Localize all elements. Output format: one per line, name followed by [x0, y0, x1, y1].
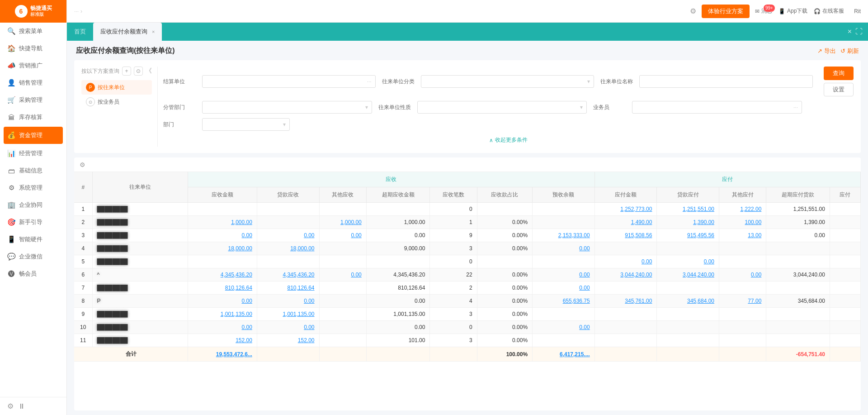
table-cell[interactable]: 1,222.00	[719, 203, 766, 216]
query-button[interactable]: 查询	[824, 67, 854, 80]
table-cell[interactable]: 2,153,333.00	[533, 229, 595, 242]
table-cell[interactable]: 345,684.00	[657, 295, 719, 308]
table-cell[interactable]: 0.00	[188, 229, 257, 242]
filter-add-icon[interactable]: +	[122, 67, 131, 76]
sidebar-item-marketing[interactable]: 📣 营销推广	[0, 57, 66, 74]
tab-home[interactable]: 首页	[67, 23, 93, 41]
table-cell[interactable]: 0.00	[257, 229, 319, 242]
dept-select[interactable]: ▾	[202, 118, 290, 131]
table-cell[interactable]: 1,252,773.00	[594, 203, 657, 216]
breadcrumb-text: ···	[74, 8, 79, 14]
collapse-icon[interactable]: ⏸	[18, 402, 25, 410]
settlement-unit-input[interactable]: ···	[202, 75, 376, 88]
tab-ar-query[interactable]: 应收应付余额查询 ×	[93, 23, 162, 41]
refresh-button[interactable]: ↺ 刷新	[840, 47, 859, 55]
table-cell	[766, 321, 830, 334]
sidebar-item-enterprise[interactable]: 🏢 企业协同	[0, 196, 66, 214]
table-cell: 1,001,135.00	[366, 308, 430, 321]
sidebar-item-system[interactable]: ⚙ 系统管理	[0, 179, 66, 196]
table-cell[interactable]: 4,345,436.20	[257, 268, 319, 281]
table-cell[interactable]: 0.00	[594, 255, 657, 268]
table-settings-row: ⚙	[74, 157, 861, 172]
sidebar-item-search-menu[interactable]: 🔍 搜索菜单	[0, 23, 66, 40]
table-cell[interactable]: 810,126.64	[257, 281, 319, 295]
sub-filter-by-partner[interactable]: P 按往来单位	[81, 80, 152, 95]
dept-mgmt-select[interactable]: ▾	[202, 101, 372, 114]
table-cell[interactable]: 0.00	[257, 321, 319, 334]
total-ar-prepay[interactable]: 6,417,215....	[533, 347, 595, 362]
export-icon: ↗	[817, 48, 822, 54]
table-cell[interactable]: 655,636.75	[533, 295, 595, 308]
table-cell[interactable]: 3,044,240.00	[594, 268, 657, 281]
table-cell[interactable]: 100.00	[719, 216, 766, 229]
sub-filter-by-salesman[interactable]: ⊙ 按业务员	[81, 95, 152, 109]
sidebar-item-finance[interactable]: 💰 资金管理	[4, 127, 63, 144]
message-item[interactable]: ✉ 消息 99+	[755, 7, 772, 15]
table-cell[interactable]: 0.00	[533, 268, 595, 281]
user-name[interactable]: Rit	[854, 8, 861, 14]
table-scroll[interactable]: # 往来单位 应收 应付 应收金额 贷款应收 其他应收 超期应收金额 应收笔数 …	[74, 172, 861, 410]
partner-nature-select[interactable]: ▾	[417, 101, 587, 114]
table-cell[interactable]: 345,761.00	[594, 295, 657, 308]
table-cell[interactable]: 1,390.00	[657, 216, 719, 229]
by-salesman-label: 按业务员	[98, 98, 119, 106]
export-button[interactable]: ↗ 导出	[817, 47, 836, 55]
window-expand-icon[interactable]: ⛶	[855, 28, 863, 36]
table-cell[interactable]: 1,490.00	[594, 216, 657, 229]
partner-category-select[interactable]: ▾	[421, 75, 594, 88]
table-cell[interactable]: 915,508.56	[594, 229, 657, 242]
sidebar-item-basic-info[interactable]: 🗃 基础信息	[0, 162, 66, 179]
sidebar-item-inventory[interactable]: 🏛 库存核算	[0, 109, 66, 126]
table-cell[interactable]: 0.00	[188, 321, 257, 334]
collapse-button[interactable]: ∧ 收起更多条件	[489, 136, 528, 144]
tab-close-icon[interactable]: ×	[152, 29, 155, 34]
table-cell[interactable]: 1,000.00	[319, 216, 366, 229]
table-cell[interactable]: 1,001,135.00	[257, 308, 319, 321]
setting-button[interactable]: 设置	[824, 83, 854, 96]
app-download-item[interactable]: 📱 App下载	[778, 7, 807, 15]
sidebar-item-smart-hw[interactable]: 📱 智能硬件	[0, 231, 66, 248]
filter-arrow-icon[interactable]: 《	[146, 67, 152, 75]
table-cell[interactable]: 3,044,240.00	[657, 268, 719, 281]
table-cell[interactable]: 0.00	[319, 229, 366, 242]
table-cell[interactable]: 0.00	[533, 242, 595, 255]
total-ar-amount[interactable]: 19,553,472,6...	[188, 347, 257, 362]
sidebar-item-sales[interactable]: 👤 销售管理	[0, 74, 66, 91]
table-cell[interactable]: 77.00	[719, 295, 766, 308]
table-cell[interactable]: 0.00	[533, 321, 595, 334]
topbar-settings-icon[interactable]: ⚙	[690, 7, 696, 15]
table-cell[interactable]: 810,126.64	[188, 281, 257, 295]
table-cell[interactable]: 0.00	[188, 295, 257, 308]
salesman-input[interactable]: ···	[632, 101, 802, 114]
table-cell[interactable]: 4,345,436.20	[188, 268, 257, 281]
col-group-receivable: 应收	[188, 172, 595, 187]
table-cell[interactable]: 1,000.00	[188, 216, 257, 229]
sidebar-item-operations[interactable]: 📊 经营管理	[0, 145, 66, 162]
sidebar-item-member[interactable]: 🅥 畅会员	[0, 265, 66, 282]
table-cell[interactable]: 0.00	[533, 281, 595, 295]
filter-settings-icon[interactable]: ⊙	[134, 67, 143, 76]
settings-icon[interactable]: ⚙	[7, 402, 14, 410]
table-cell[interactable]: 0.00	[719, 268, 766, 281]
table-cell[interactable]: 152.00	[188, 334, 257, 347]
window-close-icon[interactable]: ×	[848, 28, 852, 36]
table-cell[interactable]: 18,000.00	[257, 242, 319, 255]
table-cell[interactable]: 13.00	[719, 229, 766, 242]
sidebar-item-guide[interactable]: 🎯 新手引导	[0, 214, 66, 231]
table-cell[interactable]: 0.00	[657, 255, 719, 268]
table-cell[interactable]: 152.00	[257, 334, 319, 347]
solution-button[interactable]: 体验行业方案	[702, 5, 750, 18]
table-cell[interactable]: 915,495.56	[657, 229, 719, 242]
sidebar-item-wechat[interactable]: 💬 企业微信	[0, 248, 66, 265]
customer-service-item[interactable]: 🎧 在线客服	[814, 7, 844, 15]
table-cell[interactable]: 18,000.00	[188, 242, 257, 255]
partner-name-input[interactable]	[639, 75, 813, 88]
sidebar-item-quick-nav[interactable]: 🏠 快捷导航	[0, 40, 66, 57]
table-cell[interactable]: 0.00	[319, 268, 366, 281]
table-cell[interactable]: 1,251,551.00	[657, 203, 719, 216]
settlement-unit-label: 结算单位	[163, 78, 199, 86]
table-settings-icon[interactable]: ⚙	[80, 161, 85, 168]
table-cell[interactable]: 0.00	[257, 295, 319, 308]
table-cell[interactable]: 1,001,135.00	[188, 308, 257, 321]
sidebar-item-purchase[interactable]: 🛒 采购管理	[0, 91, 66, 109]
